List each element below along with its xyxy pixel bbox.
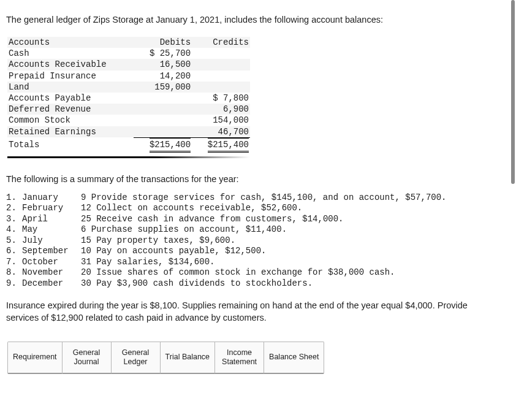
item-num: 8. [6, 267, 22, 278]
item-date: October [22, 257, 81, 268]
table-row: Retained Earnings 46,700 [7, 126, 250, 138]
list-item: 5.July15 Pay property taxes, $9,600. [6, 235, 490, 246]
credit-value: 6,900 [192, 104, 250, 115]
tab-label: General [116, 348, 155, 357]
list-item: 4.May6 Purchase supplies on account, $11… [6, 224, 490, 235]
tab-income-statement[interactable]: IncomeStatement [215, 342, 264, 374]
credit-value [192, 71, 250, 82]
item-text: 9 Provide storage services for cash, $14… [81, 193, 490, 204]
item-text: 25 Receive cash in advance from customer… [81, 214, 490, 225]
item-text: 15 Pay property taxes, $9,600. [81, 235, 490, 246]
credit-value [192, 48, 250, 59]
totals-credit: $215,400 [192, 137, 250, 153]
debit-value [134, 93, 192, 104]
credit-value [192, 82, 250, 93]
totals-debit: $215,400 [134, 137, 192, 153]
item-num: 9. [6, 278, 22, 289]
divider [7, 156, 250, 158]
tab-label: Journal [67, 357, 106, 367]
item-num: 6. [6, 246, 22, 257]
ledger-table: Accounts Debits Credits Cash $ 25,700 Ac… [7, 37, 250, 153]
item-date: December [22, 278, 81, 289]
ledger-header-credits: Credits [192, 37, 250, 48]
table-row: Common Stock 154,000 [7, 115, 250, 126]
item-num: 2. [6, 203, 22, 214]
table-row: Prepaid Insurance 14,200 [7, 71, 250, 82]
item-date: July [22, 235, 81, 246]
debit-value [134, 104, 192, 115]
tab-label: Income [220, 348, 259, 357]
totals-label: Totals [7, 137, 134, 153]
tab-label: General [67, 348, 106, 357]
table-row: Accounts Payable $ 7,800 [7, 93, 250, 104]
tab-label: Trial Balance [165, 353, 210, 362]
transactions-list: 1.January9 Provide storage services for … [6, 193, 490, 289]
list-item: 3.April25 Receive cash in advance from c… [6, 214, 490, 225]
list-item: 2.February12 Collect on accounts receiva… [6, 203, 490, 214]
tab-balance-sheet[interactable]: Balance Sheet [264, 342, 324, 374]
item-num: 5. [6, 235, 22, 246]
account-name: Common Stock [7, 115, 134, 126]
item-text: 31 Pay salaries, $134,600. [81, 257, 490, 268]
totals-row: Totals $215,400 $215,400 [7, 137, 250, 153]
scrollbar-thumb[interactable] [511, 0, 515, 184]
debit-value [134, 126, 192, 138]
item-num: 4. [6, 224, 22, 235]
list-item: 1.January9 Provide storage services for … [6, 193, 490, 204]
scrollbar-track[interactable] [507, 0, 516, 420]
tab-requirement[interactable]: Requirement [7, 342, 63, 374]
item-text: 6 Purchase supplies on account, $11,400. [81, 224, 490, 235]
tab-label: Requirement [13, 353, 57, 362]
account-name: Deferred Revenue [7, 104, 134, 115]
item-date: May [22, 224, 81, 235]
item-num: 7. [6, 257, 22, 268]
account-name: Retained Earnings [7, 126, 134, 138]
ledger-header-debits: Debits [134, 37, 192, 48]
account-name: Land [7, 82, 134, 93]
item-text: 10 Pay on accounts payable, $12,500. [81, 246, 490, 257]
tab-general-journal[interactable]: GeneralJournal [63, 342, 112, 374]
tab-label: Balance Sheet [269, 353, 319, 362]
item-date: February [22, 203, 81, 214]
item-date: November [22, 267, 81, 278]
list-item: 9.December30 Pay $3,900 cash dividends t… [6, 278, 490, 289]
account-name: Prepaid Insurance [7, 71, 134, 82]
table-row: Accounts Receivable 16,500 [7, 59, 250, 70]
account-name: Accounts Receivable [7, 59, 134, 70]
list-item: 8.November20 Issue shares of common stoc… [6, 267, 490, 278]
tab-label: Ledger [116, 357, 155, 367]
credit-value: $ 7,800 [192, 93, 250, 104]
debit-value: $ 25,700 [134, 48, 192, 59]
item-date: April [22, 214, 81, 225]
content-area: The general ledger of Zips Storage at Ja… [0, 0, 496, 420]
list-item: 7.October31 Pay salaries, $134,600. [6, 257, 490, 268]
item-text: 20 Issue shares of common stock in excha… [81, 267, 490, 278]
table-row: Cash $ 25,700 [7, 48, 250, 59]
credit-value: 46,700 [192, 126, 250, 138]
table-row: Deferred Revenue 6,900 [7, 104, 250, 115]
item-text: 12 Collect on accounts receivable, $52,6… [81, 203, 490, 214]
debit-value: 14,200 [134, 71, 192, 82]
debit-value [134, 115, 192, 126]
item-date: September [22, 246, 81, 257]
intro-text: The general ledger of Zips Storage at Ja… [6, 15, 490, 25]
table-row: Land 159,000 [7, 82, 250, 93]
account-name: Cash [7, 48, 134, 59]
debit-value: 159,000 [134, 82, 192, 93]
tab-bar: Requirement GeneralJournal GeneralLedger… [7, 342, 490, 374]
item-num: 3. [6, 214, 22, 225]
item-num: 1. [6, 193, 22, 204]
account-name: Accounts Payable [7, 93, 134, 104]
debit-value: 16,500 [134, 59, 192, 70]
credit-value [192, 59, 250, 70]
credit-value: 154,000 [192, 115, 250, 126]
tab-label: Statement [220, 357, 259, 367]
adjusting-note: Insurance expired during the year is $8,… [6, 300, 490, 324]
transactions-intro: The following is a summary of the transa… [6, 174, 490, 184]
tab-general-ledger[interactable]: GeneralLedger [112, 342, 161, 374]
item-text: 30 Pay $3,900 cash dividends to stockhol… [81, 278, 490, 289]
ledger-header-accounts: Accounts [7, 37, 134, 48]
list-item: 6.September10 Pay on accounts payable, $… [6, 246, 490, 257]
tab-trial-balance[interactable]: Trial Balance [161, 342, 216, 374]
item-date: January [22, 193, 81, 204]
